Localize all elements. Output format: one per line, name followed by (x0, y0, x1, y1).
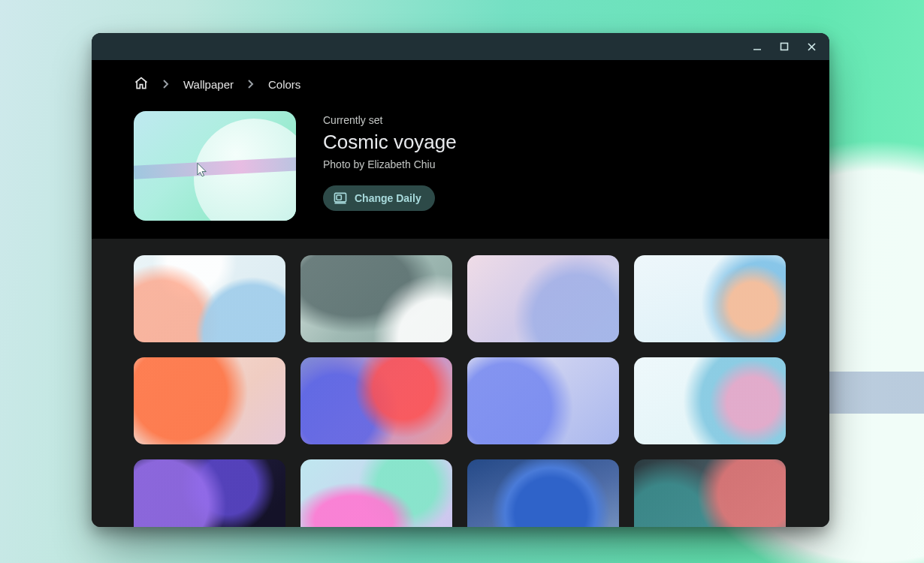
chevron-right-icon (162, 80, 170, 89)
window-titlebar (92, 33, 829, 60)
breadcrumb-colors: Colors (268, 78, 300, 91)
wallpaper-grid-section (92, 239, 829, 527)
wallpaper-tile[interactable] (634, 357, 786, 444)
wallpaper-tile[interactable] (634, 255, 786, 342)
home-icon (134, 76, 149, 91)
current-wallpaper-thumbnail[interactable] (134, 111, 296, 221)
current-wallpaper-meta: Currently set Cosmic voyage Photo by Eli… (323, 111, 457, 211)
wallpaper-settings-window: Wallpaper Colors Currently set Cosmic vo… (92, 33, 829, 527)
wallpaper-tile[interactable] (467, 357, 619, 444)
wallpaper-tile[interactable] (300, 357, 452, 444)
wallpaper-tile[interactable] (134, 459, 285, 527)
wallpaper-tile[interactable] (300, 459, 452, 527)
breadcrumb: Wallpaper Colors (134, 68, 787, 101)
svg-rect-1 (781, 44, 788, 50)
home-button[interactable] (134, 76, 149, 93)
header-section: Wallpaper Colors Currently set Cosmic vo… (92, 60, 829, 239)
wallpaper-tile[interactable] (300, 255, 452, 342)
maximize-button[interactable] (774, 36, 795, 57)
change-daily-label: Change Daily (355, 192, 421, 204)
wallpaper-tile[interactable] (134, 357, 285, 444)
breadcrumb-wallpaper[interactable]: Wallpaper (183, 78, 234, 91)
cursor-icon (197, 162, 207, 177)
currently-set-label: Currently set (323, 114, 457, 126)
close-button[interactable] (801, 36, 822, 57)
wallpaper-tile[interactable] (134, 255, 285, 342)
desktop-background: Wallpaper Colors Currently set Cosmic vo… (0, 0, 924, 563)
svg-rect-5 (337, 195, 341, 200)
close-icon (807, 42, 817, 52)
wallpaper-icon (334, 192, 347, 204)
wallpaper-tile[interactable] (467, 255, 619, 342)
wallpaper-tile[interactable] (634, 459, 786, 527)
wallpaper-byline: Photo by Elizabeth Chiu (323, 158, 457, 170)
wallpaper-title: Cosmic voyage (323, 131, 457, 154)
change-daily-button[interactable]: Change Daily (323, 185, 435, 211)
minimize-icon (752, 41, 762, 52)
minimize-button[interactable] (747, 36, 768, 57)
current-wallpaper-row: Currently set Cosmic voyage Photo by Eli… (134, 111, 787, 221)
wallpaper-tile[interactable] (467, 459, 619, 527)
chevron-right-icon (247, 80, 255, 89)
wallpaper-grid (134, 255, 787, 527)
maximize-icon (780, 42, 789, 51)
